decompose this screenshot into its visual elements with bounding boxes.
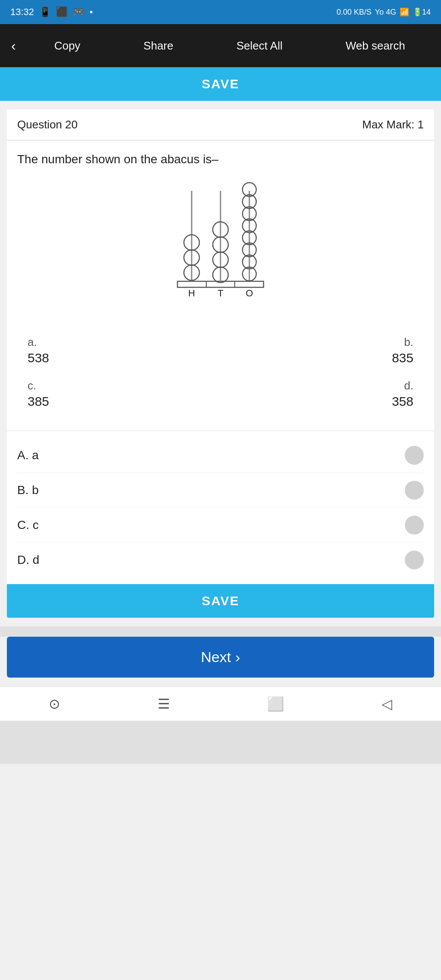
save-button-bottom[interactable]: SAVE xyxy=(7,584,434,618)
save-button-top[interactable]: SAVE xyxy=(0,67,441,101)
option-b-value: 835 xyxy=(231,351,413,365)
context-menu-items: Copy Share Select All Web search xyxy=(23,35,437,57)
option-d-label: d. xyxy=(231,379,413,392)
menu-nav-icon[interactable]: ☰ xyxy=(158,696,170,712)
abacus-container: H T O xyxy=(17,178,424,316)
svg-text:T: T xyxy=(217,288,223,299)
status-bar-left: 13:32 📱 ⬛ 🎮 • xyxy=(10,6,93,18)
select-all-button[interactable]: Select All xyxy=(228,35,291,57)
radio-circle-c[interactable] xyxy=(405,516,424,535)
options-grid: a. 538 b. 835 c. 385 d. 358 xyxy=(17,329,424,416)
option-a-value: 538 xyxy=(28,351,210,365)
radio-option-d[interactable]: D. d xyxy=(17,543,424,577)
share-button[interactable]: Share xyxy=(135,35,182,57)
radio-circle-b[interactable] xyxy=(405,481,424,500)
app-icon-2: ⬛ xyxy=(56,6,68,18)
home-nav-icon[interactable]: ⊙ xyxy=(49,696,60,712)
option-c-cell: c. 385 xyxy=(17,372,220,416)
back-nav-icon[interactable]: ⬜ xyxy=(267,696,284,712)
next-button[interactable]: Next › xyxy=(7,637,434,678)
nav-bar: ⊙ ☰ ⬜ ◁ xyxy=(0,686,441,721)
question-body: The number shown on the abacus is– H T O xyxy=(7,140,434,431)
main-content: SAVE Question 20 Max Mark: 1 The number … xyxy=(0,67,441,980)
max-mark: Max Mark: 1 xyxy=(362,118,424,131)
time-display: 13:32 xyxy=(10,6,34,18)
option-c-label: c. xyxy=(28,379,210,392)
back-button[interactable]: ‹ xyxy=(4,34,23,58)
app-icon-1: 📱 xyxy=(39,6,51,18)
question-text: The number shown on the abacus is– xyxy=(17,151,424,168)
context-menu-bar: ‹ Copy Share Select All Web search xyxy=(0,24,441,67)
svg-text:H: H xyxy=(188,288,195,299)
option-d-cell: d. 358 xyxy=(220,372,424,416)
next-chevron-icon: › xyxy=(235,649,240,666)
question-header: Question 20 Max Mark: 1 xyxy=(7,109,434,140)
radio-option-c[interactable]: C. c xyxy=(17,508,424,543)
option-b-label: b. xyxy=(231,336,413,349)
radio-label-b: B. b xyxy=(17,483,39,497)
question-card: Question 20 Max Mark: 1 The number shown… xyxy=(7,109,434,618)
option-b-cell: b. 835 xyxy=(220,329,424,372)
app-icon-3: 🎮 xyxy=(73,6,84,18)
status-bar-right: 0.00 KB/S Yo 4G 📶 🔋14 xyxy=(337,7,431,17)
radio-options: A. a B. b C. c D. d xyxy=(7,431,434,584)
spacer xyxy=(0,626,441,637)
bottom-spacer xyxy=(0,721,441,764)
option-a-label: a. xyxy=(28,336,210,349)
network-type: Yo 4G xyxy=(375,8,396,17)
option-d-value: 358 xyxy=(231,394,413,409)
forward-nav-icon[interactable]: ◁ xyxy=(382,696,392,712)
radio-label-d: D. d xyxy=(17,553,39,567)
status-bar: 13:32 📱 ⬛ 🎮 • 0.00 KB/S Yo 4G 📶 🔋14 xyxy=(0,0,441,24)
radio-label-c: C. c xyxy=(17,518,39,532)
network-speed: 0.00 KB/S xyxy=(337,8,372,17)
option-c-value: 385 xyxy=(28,394,210,409)
copy-button[interactable]: Copy xyxy=(46,35,89,57)
svg-text:O: O xyxy=(245,288,253,299)
option-a-cell: a. 538 xyxy=(17,329,220,372)
radio-circle-d[interactable] xyxy=(405,551,424,569)
abacus-svg: H T O xyxy=(152,178,289,316)
next-button-label: Next xyxy=(201,649,231,666)
radio-circle-a[interactable] xyxy=(405,446,424,465)
radio-option-b[interactable]: B. b xyxy=(17,473,424,508)
signal-icon: 📶 xyxy=(400,7,409,17)
web-search-button[interactable]: Web search xyxy=(337,35,413,57)
radio-option-a[interactable]: A. a xyxy=(17,438,424,473)
radio-label-a: A. a xyxy=(17,448,39,462)
battery-level: 🔋14 xyxy=(413,7,431,17)
dot-indicator: • xyxy=(90,6,93,18)
question-number: Question 20 xyxy=(17,118,78,131)
